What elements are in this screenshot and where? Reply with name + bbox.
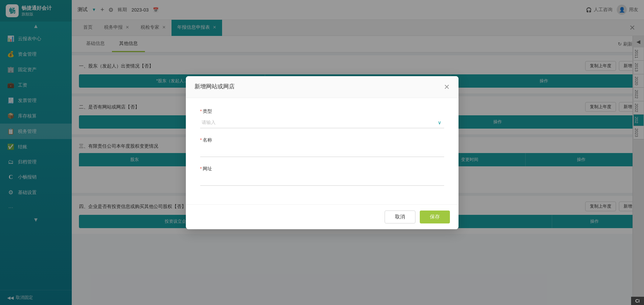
form-row-url: * 网址 [200,166,444,186]
name-input-wrap [200,145,444,157]
name-input[interactable] [200,145,444,157]
form-row-type: * 类型 ∨ [200,108,444,128]
type-input[interactable] [200,117,444,128]
save-button[interactable]: 保存 [420,211,450,223]
form-row-name: * 名称 [200,137,444,157]
ci-label: Ci [631,297,644,305]
modal-close-btn[interactable]: ✕ [444,83,450,91]
modal-footer: 取消 保存 [186,204,459,229]
modal-body: * 类型 ∨ * 名称 * [186,98,459,204]
url-input-wrap [200,174,444,186]
type-label: * 类型 [200,108,444,115]
url-label: * 网址 [200,166,444,172]
modal-add-website: 新增网站或网店 ✕ * 类型 ∨ * 名称 [186,76,459,229]
modal-overlay: 新增网站或网店 ✕ * 类型 ∨ * 名称 [0,0,644,305]
modal-header: 新增网站或网店 ✕ [186,76,459,98]
name-label: * 名称 [200,137,444,143]
type-input-wrap: ∨ [200,117,444,128]
url-input[interactable] [200,174,444,186]
cancel-button[interactable]: 取消 [385,211,415,223]
modal-title: 新增网站或网店 [194,83,235,91]
